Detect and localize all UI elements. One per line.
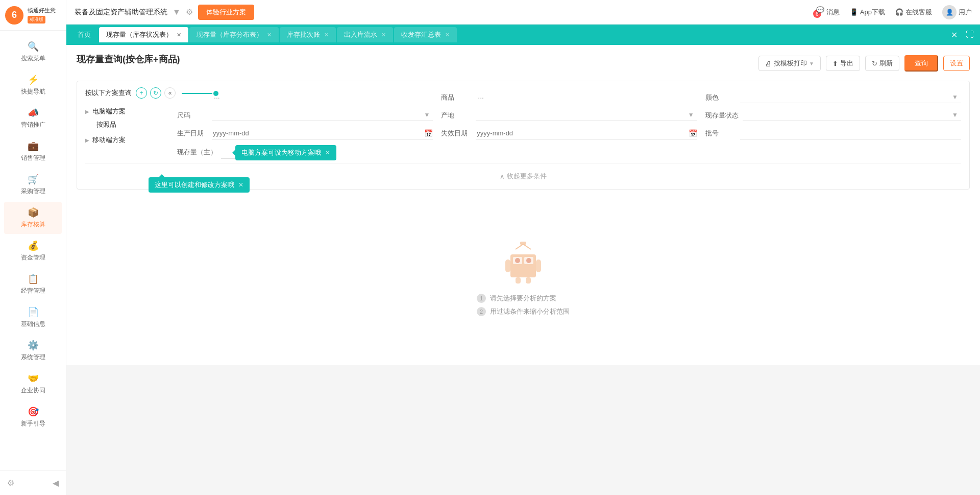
tab-summary[interactable]: 收发存汇总表 ✕	[394, 27, 457, 42]
scheme-mobile-group[interactable]: ▶ 移动端方案	[85, 133, 961, 147]
app-download-label: App下载	[860, 8, 885, 17]
tab-home[interactable]: 首页	[70, 27, 98, 42]
sidebar-item-operation[interactable]: 📋 经营管理	[4, 268, 62, 300]
main-area: 装备及固定资产辅助管理系统 ▼ ⚙ 体验行业方案 💬 6 消息 📱 App下载 …	[66, 0, 980, 495]
tab-inout-flow[interactable]: 出入库流水 ✕	[337, 27, 393, 42]
step-num-1: 1	[477, 294, 486, 303]
sidebar-item-marketing[interactable]: 📣 营销推广	[4, 102, 62, 134]
refresh-scheme-btn[interactable]: ↻	[150, 87, 161, 99]
refresh-btn[interactable]: ↻ 刷新	[865, 56, 899, 71]
tab-inventory-status[interactable]: 现存量（库存状况表） ✕	[99, 27, 188, 42]
tab-close-icon[interactable]: ✕	[267, 32, 272, 38]
query-btn[interactable]: 查询	[904, 55, 938, 72]
online-service-label: 在线客服	[905, 8, 932, 17]
tooltip-create-close[interactable]: ✕	[238, 181, 243, 188]
scheme-desktop-group[interactable]: ▶ 电脑端方案	[85, 105, 961, 118]
sidebar-item-enterprise[interactable]: 🤝 企业协同	[4, 368, 62, 400]
sidebar-item-sales[interactable]: 💼 销售管理	[4, 135, 62, 168]
sales-icon: 💼	[28, 140, 39, 152]
online-service-item[interactable]: 🎧 在线客服	[895, 8, 932, 17]
tab-label: 现存量（库存分布表）	[197, 30, 263, 39]
collapse-sidebar-btn[interactable]: ◀	[51, 476, 61, 490]
sidebar-item-label: 经营管理	[21, 287, 45, 295]
tab-label: 库存批次账	[287, 30, 320, 39]
purchase-icon: 🛒	[28, 174, 39, 185]
finance-icon: 💰	[28, 240, 39, 251]
sidebar-item-label: 新手引导	[21, 419, 45, 428]
expand-icon: ▶	[85, 137, 89, 143]
tab-close-icon[interactable]: ✕	[177, 32, 181, 38]
app-download-item[interactable]: 📱 App下载	[850, 8, 885, 17]
refresh-icon: ↻	[872, 60, 877, 67]
logo-badge: 标准版	[28, 16, 45, 23]
step-text-1: 请先选择要分析的方案	[490, 294, 556, 303]
collapse-label: 收起更多条件	[507, 172, 547, 181]
sidebar-item-label: 企业协同	[21, 386, 45, 395]
sidebar-item-search[interactable]: 🔍 搜索菜单	[4, 36, 62, 68]
page-title: 现存量查询(按仓库+商品)	[77, 53, 180, 65]
scheme-desktop-children: 按照品	[85, 118, 961, 131]
svg-point-9	[526, 258, 531, 263]
template-print-label: 按模板打印	[774, 59, 807, 68]
step-num-2: 2	[477, 307, 486, 316]
sidebar-item-nav[interactable]: ⚡ 快捷导航	[4, 69, 62, 101]
stock-qty-label: 现存量（主）	[177, 148, 217, 157]
sidebar-item-label: 库存核算	[21, 220, 45, 229]
sidebar-item-inventory[interactable]: 📦 库存核算	[4, 202, 62, 234]
user-item[interactable]: 👤 用户	[942, 5, 972, 19]
sidebar-item-guide[interactable]: 🎯 新手引导	[4, 401, 62, 433]
header-right: 💬 6 消息 📱 App下载 🎧 在线客服 👤 用户	[816, 5, 972, 19]
scheme-child-label: 按照品	[96, 120, 116, 129]
guide-icon: 🎯	[28, 406, 39, 417]
tooltip-scheme-close[interactable]: ✕	[325, 149, 330, 156]
collapse-up-icon: ∧	[500, 173, 505, 180]
tooltip-create: 这里可以创建和修改方案哦 ✕	[149, 177, 250, 193]
sidebar-item-basic[interactable]: 📄 基础信息	[4, 301, 62, 334]
sidebar: 6 畅通好生意 标准版 🔍 搜索菜单 ⚡ 快捷导航 📣 营销推广 💼 销售管理 …	[0, 0, 66, 495]
sidebar-item-label: 销售管理	[21, 154, 45, 162]
back-btn[interactable]: «	[164, 87, 176, 99]
scheme-desktop-label: 电脑端方案	[92, 107, 126, 116]
system-dropdown-icon[interactable]: ▼	[173, 8, 181, 17]
system-icon: ⚙️	[28, 340, 39, 351]
tab-label: 出入库流水	[344, 30, 377, 39]
settings-btn[interactable]: 设置	[943, 56, 970, 71]
scheme-child-item[interactable]: 按照品	[96, 118, 961, 131]
tab-batch[interactable]: 库存批次账 ✕	[280, 27, 336, 42]
settings-footer-btn[interactable]: ⚙	[5, 476, 16, 490]
scheme-mobile-label: 移动端方案	[92, 135, 126, 145]
system-name: 装备及固定资产辅助管理系统	[75, 8, 167, 17]
experience-btn[interactable]: 体验行业方案	[198, 5, 254, 20]
headset-icon: 🎧	[895, 8, 903, 16]
fullscreen-icon[interactable]: ⛶	[964, 28, 976, 41]
tab-inventory-dist[interactable]: 现存量（库存分布表） ✕	[189, 27, 279, 42]
tab-close-icon[interactable]: ✕	[445, 32, 450, 38]
tab-bar: 首页 现存量（库存状况表） ✕ 现存量（库存分布表） ✕ 库存批次账 ✕ 出入库…	[66, 25, 980, 45]
sidebar-item-label: 营销推广	[21, 121, 45, 129]
tab-close-icon[interactable]: ✕	[324, 32, 329, 38]
close-all-tabs-icon[interactable]: ✕	[949, 28, 960, 42]
settings-icon[interactable]: ⚙	[186, 7, 193, 17]
sidebar-item-system[interactable]: ⚙️ 系统管理	[4, 335, 62, 367]
message-item[interactable]: 💬 6 消息	[816, 6, 840, 18]
expand-icon: ▶	[85, 109, 89, 114]
user-label: 用户	[959, 8, 972, 17]
svg-point-8	[515, 258, 520, 263]
template-print-btn[interactable]: 🖨 按模板打印 ▼	[758, 56, 821, 71]
sidebar-item-finance[interactable]: 💰 资金管理	[4, 235, 62, 267]
sidebar-item-label: 基础信息	[21, 320, 45, 328]
filter-header: 按以下方案查询 + ↻ «	[85, 87, 961, 99]
sidebar-item-purchase[interactable]: 🛒 采购管理	[4, 169, 62, 201]
filter-section: 按以下方案查询 + ↻ « ▶	[77, 81, 970, 190]
content-inner: 现存量查询(按仓库+商品) 🖨 按模板打印 ▼ ⬆ 导出 ↻ 刷新	[66, 45, 980, 365]
logo-icon: 6	[5, 6, 23, 25]
svg-rect-6	[516, 277, 521, 284]
add-scheme-btn[interactable]: +	[136, 87, 147, 99]
marketing-icon: 📣	[28, 107, 39, 119]
tab-close-icon[interactable]: ✕	[381, 32, 386, 38]
export-btn[interactable]: ⬆ 导出	[826, 56, 860, 71]
content-area: 现存量查询(按仓库+商品) 🖨 按模板打印 ▼ ⬆ 导出 ↻ 刷新	[66, 45, 980, 495]
message-label: 消息	[826, 8, 840, 17]
tab-label: 收发存汇总表	[401, 30, 441, 39]
export-label: 导出	[840, 59, 853, 68]
